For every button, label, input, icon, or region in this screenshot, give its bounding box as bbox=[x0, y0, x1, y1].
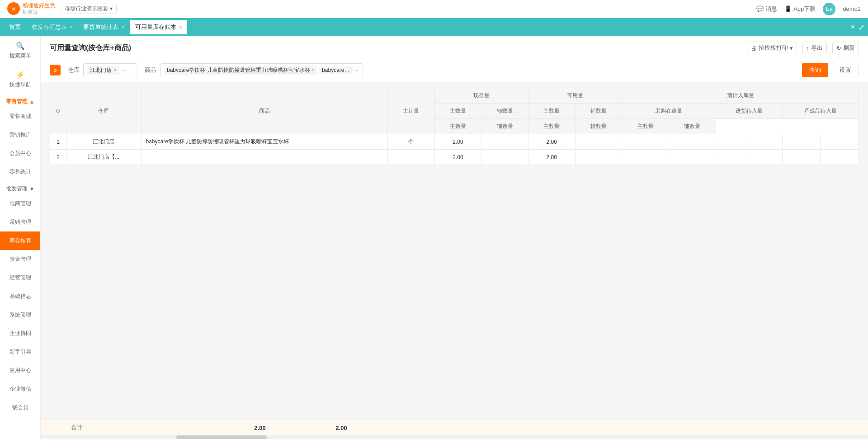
tab-kucun-close[interactable]: × bbox=[179, 24, 182, 30]
row-avail-aux bbox=[575, 150, 622, 165]
sidebar-item-finance[interactable]: 资金管理 bbox=[0, 250, 40, 269]
warehouse-filter-label: 仓库 bbox=[68, 66, 80, 74]
table-row[interactable]: 2 江北门店【... 2.00 2.00 bbox=[50, 150, 859, 165]
product-filter-group: 商品 babycare学饮杯 儿童防摔防撞吸管杯重力球吸嘴杯宝宝水杯 × bab… bbox=[145, 63, 363, 77]
expand-icon: » bbox=[53, 66, 57, 74]
product-tag1-value: babycare学饮杯 儿童防摔防撞吸管杯重力球吸嘴杯宝宝水杯 bbox=[167, 66, 310, 74]
row-prod-pend-main bbox=[782, 150, 821, 165]
sidebar-item-enterprise-collab[interactable]: 企业协同 bbox=[0, 324, 40, 343]
sidebar-item-new-guide[interactable]: 新手引导 bbox=[0, 343, 40, 361]
sidebar-item-ecommerce[interactable]: 电商管理 bbox=[0, 194, 40, 213]
row-stock-main: 2.00 bbox=[434, 134, 481, 150]
filter-expand-btn[interactable]: » bbox=[50, 65, 61, 76]
warehouse-input[interactable]: 江北门店 × ··· bbox=[83, 63, 137, 77]
svg-text:财: 财 bbox=[12, 7, 15, 11]
export-btn[interactable]: ↑ 导出 bbox=[802, 42, 827, 54]
sidebar-app-center-label: 应用中心 bbox=[9, 367, 31, 374]
sidebar-item-purchase-mgmt[interactable]: 采购管理 bbox=[0, 213, 40, 231]
warehouse-tag-remove[interactable]: × bbox=[113, 67, 116, 73]
sidebar-item-retail-stats[interactable]: 零售统计 bbox=[0, 163, 40, 181]
data-table: ⚙ 仓库 商品 主计量 现存量 可用量 预计入库量 主数量 辅数量 主数量 辅数… bbox=[50, 88, 859, 165]
app-download-btn[interactable]: 📱 App下载 bbox=[784, 5, 816, 13]
sidebar-item-basic-info[interactable]: 基础信息 bbox=[0, 287, 40, 306]
tab-yaohuo[interactable]: 要货单统计表 × bbox=[78, 20, 129, 34]
page-header-actions: 🖨 按模板打印 ▾ ↑ 导出 ↻ 刷新 bbox=[747, 42, 859, 54]
tab-home[interactable]: 首页 bbox=[4, 20, 26, 34]
sidebar-retail-stats-label: 零售统计 bbox=[9, 168, 31, 176]
warehouse-more-dots[interactable]: ··· bbox=[121, 67, 125, 73]
sidebar-item-marketing[interactable]: 营销推广 bbox=[0, 126, 40, 144]
sidebar-quick-nav[interactable]: ⚡ 快捷导航 bbox=[0, 65, 40, 94]
product-more-dots[interactable]: ··· bbox=[354, 67, 359, 73]
planned-inbound-header: 预计入库量 bbox=[622, 88, 859, 104]
sidebar-new-guide-label: 新手引导 bbox=[9, 348, 31, 356]
row-pur-transit-main bbox=[622, 150, 669, 165]
message-label: 消息 bbox=[765, 5, 777, 13]
current-stock-header: 现存量 bbox=[434, 88, 528, 104]
sidebar-item-retail-mgmt[interactable]: 零售管理 ▲ bbox=[0, 94, 40, 107]
sidebar-item-wholesale-mgmt[interactable]: 批发管理 ▼ bbox=[0, 181, 40, 194]
product-tag2: babycare… bbox=[319, 66, 352, 74]
print-icon: 🖨 bbox=[751, 45, 757, 52]
row-pur-pend-aux bbox=[749, 134, 783, 150]
tab-shoucun-label: 收发存汇总表 bbox=[32, 23, 67, 31]
sidebar-operations-label: 经营管理 bbox=[9, 274, 31, 282]
nav-fullscreen-btn[interactable]: ⤢ bbox=[859, 23, 864, 32]
row-prod-pend-aux bbox=[821, 150, 859, 165]
sidebar-retail-mall-label: 零售商城 bbox=[9, 113, 31, 120]
product-filter-label: 商品 bbox=[145, 66, 156, 74]
sidebar-item-vip[interactable]: 畅会员 bbox=[0, 398, 40, 417]
sidebar-item-system[interactable]: 系统管理 bbox=[0, 306, 40, 324]
footer-values: 2.00 2.00 bbox=[104, 425, 859, 431]
user-avatar[interactable]: Ea bbox=[823, 3, 835, 15]
sidebar-item-enterprise-wechat[interactable]: 企业微信 bbox=[0, 380, 40, 398]
warehouse-tag-value: 江北门店 bbox=[90, 66, 112, 74]
sidebar-item-operations[interactable]: 经营管理 bbox=[0, 269, 40, 287]
sidebar-item-inventory-check[interactable]: 库存核算 bbox=[0, 231, 40, 250]
stock-aux-header: 辅数量 bbox=[481, 104, 528, 119]
footer-label: 合计 bbox=[50, 424, 104, 432]
sidebar-enterprise-collab-label: 企业协同 bbox=[9, 330, 31, 337]
row-avail-main: 2.00 bbox=[528, 150, 575, 165]
tab-shoucun-close[interactable]: × bbox=[70, 24, 72, 30]
top-bar-left: 财 畅捷通好生意 标准版 母婴行业演示账套 ▾ bbox=[7, 2, 117, 15]
horizontal-scrollbar[interactable] bbox=[41, 435, 868, 439]
row-pur-transit-aux bbox=[669, 134, 716, 150]
sidebar-item-members[interactable]: 会员中心 bbox=[0, 144, 40, 163]
nav-close-btn[interactable]: × bbox=[851, 23, 855, 31]
sidebar-search[interactable]: 🔍 搜索菜单 bbox=[0, 36, 40, 65]
sidebar-item-retail-mall[interactable]: 零售商城 bbox=[0, 107, 40, 126]
tab-yaohuo-close[interactable]: × bbox=[121, 24, 124, 30]
sidebar-purchase-label: 采购管理 bbox=[9, 218, 31, 226]
print-btn[interactable]: 🖨 按模板打印 ▾ bbox=[747, 42, 797, 54]
scroll-thumb[interactable] bbox=[176, 435, 267, 439]
warehouse-filter-group: 仓库 江北门店 × ··· bbox=[68, 63, 137, 77]
sidebar-vip-label: 畅会员 bbox=[12, 404, 28, 411]
sidebar-ecommerce-label: 电商管理 bbox=[9, 200, 31, 208]
stock-main-header: 主数量 bbox=[434, 104, 481, 119]
sidebar-wholesale-label: 批发管理 bbox=[6, 185, 28, 193]
refresh-btn[interactable]: ↻ 刷新 bbox=[832, 42, 859, 54]
pur-transit-aux-header: 辅数量 bbox=[481, 119, 528, 134]
tenant-selector[interactable]: 母婴行业演示账套 ▾ bbox=[61, 4, 117, 14]
pur-transit-main-header: 主数量 bbox=[434, 119, 481, 134]
product-tag1-remove[interactable]: × bbox=[312, 67, 315, 73]
avatar-img: Ea bbox=[823, 3, 835, 15]
sidebar-inventory-label: 库存核算 bbox=[9, 237, 31, 245]
row-pur-pend-main bbox=[716, 150, 749, 165]
tab-kucun[interactable]: 可用量库存账本 × bbox=[130, 20, 187, 34]
row-stock-main: 2.00 bbox=[434, 150, 481, 165]
pur-pend-main-header: 主数量 bbox=[528, 119, 575, 134]
product-col-header: 商品 bbox=[141, 88, 388, 134]
query-button[interactable]: 查询 bbox=[802, 63, 828, 77]
table-row[interactable]: 1 江北门店 babycare学饮杯 儿童防摔防撞吸管杯重力球吸嘴杯宝宝水杯 个… bbox=[50, 134, 859, 150]
product-tag2-value: babycare… bbox=[322, 67, 349, 73]
message-btn[interactable]: 💬 消息 bbox=[756, 5, 777, 13]
tab-shoucun[interactable]: 收发存汇总表 × bbox=[26, 20, 78, 34]
table-footer: 合计 2.00 2.00 bbox=[41, 420, 868, 435]
setting-button[interactable]: 设置 bbox=[832, 63, 859, 77]
gear-icon[interactable]: ⚙ bbox=[56, 108, 61, 114]
sidebar-item-app-center[interactable]: 应用中心 bbox=[0, 361, 40, 380]
pur-pend-aux-header: 辅数量 bbox=[575, 119, 622, 134]
product-input[interactable]: babycare学饮杯 儿童防摔防撞吸管杯重力球吸嘴杯宝宝水杯 × babyca… bbox=[160, 63, 363, 77]
